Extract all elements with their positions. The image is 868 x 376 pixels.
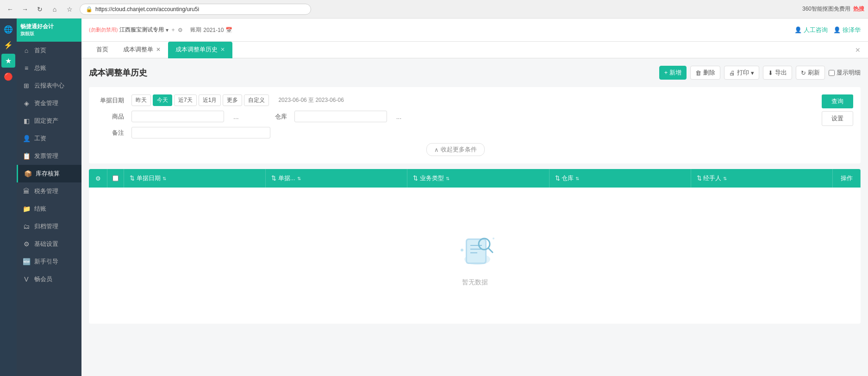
lock-icon: 🔒 (86, 6, 93, 13)
filter-sidebar-buttons: 查询 设置 (814, 94, 853, 156)
iconbar-item-2[interactable]: ⚡ (1, 38, 15, 52)
calendar-icon[interactable]: 📅 (225, 27, 232, 33)
date-btn-yesterday[interactable]: 昨天 (131, 94, 151, 106)
home-button[interactable]: ⌂ (48, 3, 61, 16)
th-date-label: ⇅ 单据日期 (130, 174, 161, 182)
th-date[interactable]: ⇅ 单据日期 (124, 169, 266, 188)
goods-filter-input[interactable] (131, 111, 224, 122)
select-all-checkbox[interactable] (112, 175, 119, 182)
print-dropdown-icon: ▾ (751, 69, 754, 76)
sidebar-item-fixed[interactable]: ◧ 固定资产 (17, 112, 81, 130)
address-bar[interactable]: 🔒 https://cloud.chanjet.com/accounting/u… (80, 4, 311, 15)
th-gear[interactable]: ⚙ (89, 169, 107, 188)
iconbar-item-1[interactable]: 🌐 (1, 22, 15, 36)
refresh-button[interactable]: ↻ 刷新 (796, 66, 825, 80)
export-button[interactable]: ⬇ 导出 (763, 66, 792, 80)
tax-icon: 🏛 (22, 188, 31, 195)
browser-chrome: ← → ↻ ⌂ ☆ 🔒 https://cloud.chanjet.com/ac… (0, 0, 868, 19)
top-bar: (勿删勿禁用) 江西服宝测试专用 ▾ ＋ ⚙ 账期 2021-10 📅 👤 人工… (81, 19, 868, 42)
filter-actions-row: ∧ 收起更多条件 (96, 143, 814, 156)
user-profile-btn[interactable]: 👤 徐泽华 (833, 26, 861, 34)
svg-point-9 (493, 238, 494, 239)
th-num[interactable]: ⇅ 单据... (266, 169, 407, 188)
display-columns-toggle[interactable]: 显示明细 (829, 69, 861, 77)
sidebar-item-guide[interactable]: 🆕 新手引导 (17, 253, 81, 270)
empty-state: 暂无数据 (89, 188, 861, 324)
display-columns-checkbox[interactable] (829, 70, 835, 76)
tab-cost-adjust-close[interactable]: ✕ (156, 46, 161, 53)
date-btn-more[interactable]: 更多 (223, 94, 242, 106)
org-warning: (勿删勿禁用) (89, 26, 118, 33)
th-checkbox[interactable] (107, 169, 124, 188)
table-wrapper: ⚙ ⇅ 单据日期 ⇅ 单据... ⇅ 业务类型 ⇅ 仓库 (89, 169, 861, 324)
date-range-display: 2023-06-06 至 2023-06-06 (278, 96, 343, 104)
filter-settings-button[interactable]: 设置 (822, 111, 853, 126)
page-title: 成本调整单历史 (89, 67, 147, 78)
hot-label: 热搜 (853, 5, 864, 13)
reload-button[interactable]: ↻ (33, 3, 46, 16)
bookmark-button[interactable]: ☆ (63, 3, 76, 16)
sidebar-label-invoice: 发票管理 (34, 152, 58, 160)
sidebar-item-tax[interactable]: 🏛 税务管理 (17, 182, 81, 200)
tab-cost-adjust-history[interactable]: 成本调整单历史 ✕ (168, 42, 232, 58)
tab-cost-adjust-history-close[interactable]: ✕ (220, 46, 225, 53)
new-button[interactable]: + 新增 (659, 66, 687, 80)
th-handler-label: ⇅ 经手人 (697, 174, 722, 182)
sidebar-item-reports[interactable]: ⊞ 云报表中心 (17, 77, 81, 94)
date-btn-1month[interactable]: 近1月 (199, 94, 221, 106)
collapse-icon: ∧ (434, 146, 439, 153)
tab-bar-close-btn[interactable]: ✕ (855, 46, 861, 54)
sidebar-item-salary[interactable]: 👤 工资 (17, 130, 81, 147)
sidebar-label-funds: 资金管理 (34, 99, 58, 107)
back-button[interactable]: ← (4, 3, 17, 16)
tab-cost-adjust[interactable]: 成本调整单 ✕ (116, 42, 168, 58)
filter-row-date: 单据日期 昨天 今天 近7天 近1月 更多 自定义 2023-06-06 至 2… (96, 94, 814, 106)
date-btn-7days[interactable]: 近7天 (174, 94, 197, 106)
sidebar-item-ledger[interactable]: ≡ 总账 (17, 59, 81, 77)
sidebar-item-inventory[interactable]: 📦 库存核算 (17, 165, 81, 182)
refresh-label: 刷新 (808, 69, 820, 77)
th-handler[interactable]: ⇅ 经手人 (691, 169, 833, 188)
sidebar-item-archive[interactable]: 🗂 归档管理 (17, 218, 81, 235)
goods-dots-btn[interactable]: ... (231, 113, 241, 120)
sidebar-item-settings[interactable]: ⚙ 基础设置 (17, 235, 81, 253)
org-selector[interactable]: (勿删勿禁用) 江西服宝测试专用 ▾ ＋ ⚙ (89, 26, 183, 34)
filter-row-remark: 备注 (96, 127, 814, 138)
tab-home[interactable]: 首页 (89, 42, 116, 58)
sidebar-label-home: 首页 (34, 46, 46, 55)
member-icon: V (22, 276, 31, 283)
warehouse-dots-btn[interactable]: ... (394, 113, 404, 120)
iconbar-item-4[interactable]: 🔴 (1, 69, 15, 83)
user-avatar-icon: 👤 (833, 26, 841, 33)
sidebar-label-archive: 归档管理 (34, 222, 58, 231)
collapse-filter-btn[interactable]: ∧ 收起更多条件 (426, 143, 485, 156)
th-type[interactable]: ⇅ 业务类型 (407, 169, 549, 188)
settings-org-icon[interactable]: ⚙ (178, 27, 183, 33)
svg-line-7 (488, 248, 493, 252)
sidebar-item-home[interactable]: ⌂ 首页 (17, 42, 81, 59)
query-button[interactable]: 查询 (822, 94, 853, 108)
collapse-label: 收起更多条件 (441, 145, 477, 154)
user-service-btn[interactable]: 👤 人工咨询 (794, 26, 828, 34)
date-btn-today[interactable]: 今天 (153, 94, 172, 106)
sidebar-item-member[interactable]: V 畅会员 (17, 270, 81, 288)
filter-row-goods-warehouse: 商品 ... 仓库 ... (96, 111, 814, 122)
sidebar-item-closing[interactable]: 📁 结账 (17, 200, 81, 218)
delete-button[interactable]: 🗑 删除 (690, 66, 720, 80)
user-name: 徐泽华 (843, 26, 861, 34)
date-btn-custom[interactable]: 自定义 (244, 94, 269, 106)
sidebar-item-funds[interactable]: ◈ 资金管理 (17, 94, 81, 112)
th-warehouse[interactable]: ⇅ 仓库 (550, 169, 691, 188)
closing-icon: 📁 (22, 205, 31, 213)
iconbar-item-3[interactable]: ★ (1, 54, 15, 68)
remark-filter-input[interactable] (131, 127, 270, 138)
forward-button[interactable]: → (19, 3, 31, 16)
sidebar-item-invoice[interactable]: 📋 发票管理 (17, 147, 81, 165)
address-url: https://cloud.chanjet.com/accounting/uru… (95, 6, 199, 13)
page-actions: + 新增 🗑 删除 🖨 打印 ▾ ⬇ 导出 ↻ (659, 66, 861, 80)
print-button[interactable]: 🖨 打印 ▾ (724, 66, 759, 80)
svg-point-8 (461, 249, 463, 251)
guide-icon: 🆕 (22, 258, 31, 265)
warehouse-filter-input[interactable] (294, 111, 387, 122)
add-org-icon[interactable]: ＋ (170, 26, 176, 34)
